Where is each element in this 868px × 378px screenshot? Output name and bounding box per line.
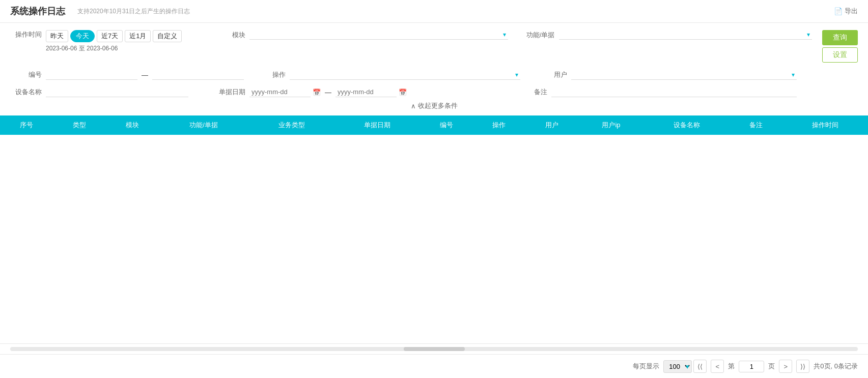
time-range: 2023-06-06 至 2023-06-06: [46, 44, 118, 53]
page-header: 系统操作日志 支持2020年10月31日之后产生的操作日志 📄 导出: [0, 0, 868, 23]
total-label: 共0页, 0条记录: [814, 362, 858, 371]
action-buttons: 查询 设置: [822, 30, 858, 63]
col-code: 编号: [420, 115, 473, 135]
last-page-button[interactable]: ⟩⟩: [796, 360, 809, 373]
page-unit: 页: [768, 362, 775, 371]
code-dash: —: [142, 71, 148, 79]
col-user-ip: 用户ip: [578, 115, 644, 135]
first-page-button[interactable]: ⟨⟨: [693, 360, 707, 373]
export-button[interactable]: 📄 导出: [834, 7, 858, 16]
calendar-end-icon[interactable]: 📅: [399, 89, 407, 96]
scroll-track: [10, 347, 858, 351]
next-page-button[interactable]: >: [779, 360, 792, 373]
module-select[interactable]: ▾: [249, 30, 508, 40]
export-label: 导出: [845, 7, 858, 16]
module-dropdown-icon: ▾: [503, 31, 506, 38]
data-table: 序号 类型 模块 功能/单据 业务类型 单据日期 编号 操作 用户 用户ip 设…: [0, 115, 868, 135]
col-module: 模块: [106, 115, 159, 135]
col-operation: 操作: [472, 115, 525, 135]
collapse-chevron-icon: ∧: [411, 102, 416, 110]
table-area: 序号 类型 模块 功能/单据 业务类型 单据日期 编号 操作 用户 用户ip 设…: [0, 115, 868, 343]
per-page-select[interactable]: 100: [663, 360, 692, 373]
per-page-label: 每页显示: [633, 362, 659, 371]
time-filter-group: 昨天 今天 近7天 近1月 自定义 2023-06-06 至 2023-06-0…: [46, 30, 182, 53]
time-btn-custom[interactable]: 自定义: [153, 30, 182, 42]
col-device: 设备名称: [644, 115, 730, 135]
export-icon: 📄: [834, 7, 843, 15]
time-btn-today[interactable]: 今天: [70, 30, 95, 42]
col-note: 备注: [730, 115, 782, 135]
col-user: 用户: [525, 115, 578, 135]
col-seq: 序号: [0, 115, 53, 135]
page-subtitle: 支持2020年10月31日之后产生的操作日志: [77, 7, 190, 16]
user-dropdown-icon: ▾: [792, 71, 795, 78]
col-biz-type: 业务类型: [248, 115, 334, 135]
collapse-row: ∧ 收起更多条件: [10, 101, 858, 110]
device-input[interactable]: [46, 87, 188, 97]
operation-select[interactable]: ▾: [290, 70, 520, 80]
function-select[interactable]: ▾: [559, 30, 813, 40]
query-button[interactable]: 查询: [822, 30, 858, 45]
col-type: 类型: [53, 115, 106, 135]
note-label: 备注: [511, 88, 551, 97]
scroll-bar-area: [0, 343, 868, 354]
operation-dropdown-icon: ▾: [515, 71, 518, 78]
filter-area: 操作时间 昨天 今天 近7天 近1月 自定义 2023-06-06 至 2023…: [0, 23, 868, 115]
collapse-label: 收起更多条件: [418, 101, 458, 110]
function-dropdown-icon: ▾: [807, 31, 810, 38]
user-select[interactable]: ▾: [571, 70, 797, 80]
operation-label: 操作: [254, 70, 290, 79]
device-label: 设备名称: [10, 88, 46, 97]
module-label: 模块: [214, 31, 249, 40]
col-op-time: 操作时间: [782, 115, 868, 135]
settings-button[interactable]: 设置: [822, 47, 858, 63]
date-dash: —: [325, 89, 331, 96]
page-input[interactable]: [739, 361, 764, 372]
time-btn-1month[interactable]: 近1月: [125, 30, 151, 42]
collapse-button[interactable]: ∧ 收起更多条件: [411, 101, 458, 110]
time-label: 操作时间: [10, 30, 46, 39]
user-label: 用户: [530, 70, 571, 79]
prev-page-button[interactable]: <: [711, 360, 724, 373]
scroll-thumb[interactable]: [404, 347, 465, 351]
col-bill-date: 单据日期: [334, 115, 420, 135]
col-function: 功能/单据: [158, 115, 248, 135]
code-input-start[interactable]: [46, 70, 137, 80]
function-label: 功能/单据: [518, 31, 559, 40]
table-header: 序号 类型 模块 功能/单据 业务类型 单据日期 编号 操作 用户 用户ip 设…: [0, 115, 868, 135]
page-title: 系统操作日志: [10, 5, 65, 17]
date-start-input[interactable]: [249, 87, 311, 97]
pagination-area: 每页显示 100 ▾ ⟨⟨ < 第 页 > ⟩⟩ 共0页, 0条记录: [0, 354, 868, 378]
code-input-end[interactable]: [152, 70, 244, 80]
time-btn-7days[interactable]: 近7天: [97, 30, 123, 42]
code-label: 编号: [10, 70, 46, 79]
time-btn-yesterday[interactable]: 昨天: [46, 30, 68, 42]
empty-area: [0, 135, 868, 298]
page-label: 第: [728, 362, 735, 371]
note-input[interactable]: [551, 87, 797, 97]
date-end-input[interactable]: [335, 87, 397, 97]
calendar-start-icon[interactable]: 📅: [313, 89, 321, 96]
bill-date-label: 单据日期: [214, 88, 249, 97]
